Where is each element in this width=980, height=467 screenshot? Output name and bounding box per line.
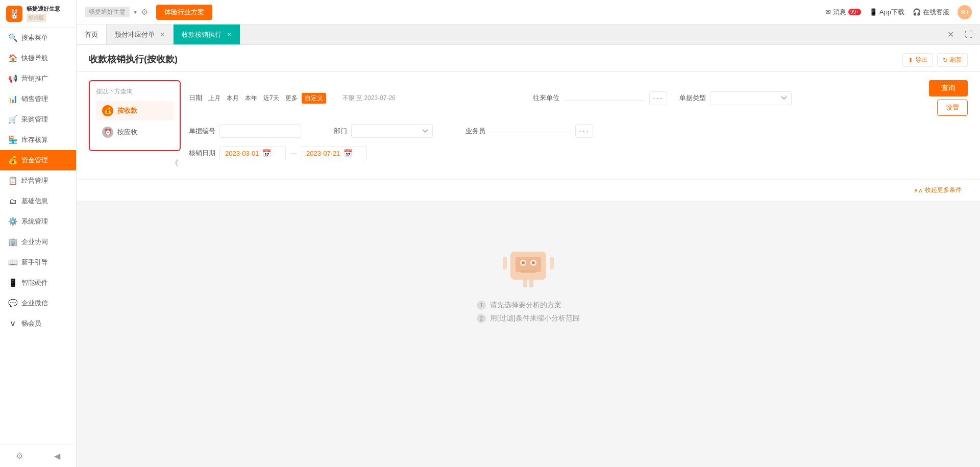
date-label: 日期 [189, 93, 202, 103]
tab-receipt-close-icon[interactable]: ✕ [227, 31, 232, 38]
logo-text: 畅捷通好生意 标准版 [27, 5, 60, 22]
settings-button[interactable]: 设置 [937, 100, 968, 116]
sidebar-item-enterprise[interactable]: 🏢 企业协同 [0, 232, 76, 252]
date-custom[interactable]: 自定义 [302, 93, 326, 104]
tab-home[interactable]: 首页 [77, 24, 107, 44]
user-avatar[interactable]: Rit [958, 5, 972, 19]
date-more[interactable]: 更多 [283, 93, 300, 104]
tab-prepay[interactable]: 预付冲应付单 ✕ [107, 24, 174, 44]
megaphone-icon: 📢 [8, 74, 17, 83]
chart-icon: 📊 [8, 94, 17, 104]
brand-label: 畅捷通好生意 [85, 7, 130, 17]
date-separator: — [290, 150, 297, 157]
tab-home-label: 首页 [85, 30, 98, 39]
filter-collapse-left-btn[interactable]: 《 [168, 156, 181, 171]
logo-icon: 🐰 [6, 6, 22, 22]
doc-type-label: 单据类型 [679, 93, 706, 103]
collapse-sidebar-btn[interactable]: ◀ [50, 449, 64, 463]
sidebar-item-marketing[interactable]: 📢 营销推广 [0, 68, 76, 89]
sidebar-item-hardware[interactable]: 📱 智能硬件 [0, 273, 76, 293]
sidebar-item-inventory[interactable]: 🏪 库存核算 [0, 130, 76, 150]
sidebar-item-sales[interactable]: 📊 销售管理 [0, 89, 76, 109]
settings-bottom-icon[interactable]: ⚙ [12, 449, 27, 463]
export-icon: ⬆ [908, 57, 913, 64]
refresh-button[interactable]: ↻ 刷新 [937, 53, 968, 67]
brand-chevron-icon[interactable]: ▾ [134, 9, 137, 16]
headset-icon: 🎧 [913, 8, 921, 16]
sidebar-item-wechat[interactable]: 💬 企业微信 [0, 293, 76, 313]
filter-by-receivable[interactable]: ⏰ 按应收 [96, 122, 174, 142]
date-this-month[interactable]: 本月 [225, 93, 241, 104]
content-area: 收款核销执行(按收款) ⬆ 导出 ↻ 刷新 按以下方查询 [77, 45, 980, 467]
sidebar-item-label: 基础信息 [21, 196, 48, 206]
main-area: 畅捷通好生意 ▾ ⚙ 体验行业方案 ✉ 消息 99+ 📱 App下载 🎧 在线客… [77, 0, 980, 467]
sidebar-item-search[interactable]: 🔍 搜索菜单 [0, 28, 76, 48]
date-last-month[interactable]: 上月 [206, 93, 223, 104]
sidebar-item-business[interactable]: 📋 经营管理 [0, 170, 76, 191]
verify-date-start-input[interactable]: 2023-03-01 📅 [219, 146, 286, 160]
doc-type-select[interactable] [710, 91, 792, 105]
verify-date-end-input[interactable]: 2023-07-21 📅 [301, 146, 367, 160]
message-label: 消息 [833, 8, 846, 17]
avatar-text: Rit [961, 9, 968, 15]
export-button[interactable]: ⬆ 导出 [902, 53, 933, 67]
filter-row-3: 核销日期 2023-03-01 📅 — 2023-07-21 📅 [189, 146, 968, 160]
sidebar-item-purchase[interactable]: 🛒 采购管理 [0, 109, 76, 130]
tab-prepay-close-icon[interactable]: ✕ [160, 31, 165, 38]
tip-text-1: 请先选择要分析的方案 [490, 301, 561, 310]
date-links: 上月 本月 本年 近7天 更多 自定义 [206, 93, 326, 104]
service-label: 在线客服 [923, 8, 949, 17]
fund-icon: 💰 [8, 156, 17, 165]
sidebar-item-fund[interactable]: 💰 资金管理 [0, 150, 76, 170]
maximize-icon[interactable]: ⛶ [962, 28, 976, 42]
store-icon: 🏪 [8, 135, 17, 144]
sidebar-item-system[interactable]: ⚙️ 系统管理 [0, 211, 76, 232]
sidebar-item-guide[interactable]: 📖 新手引导 [0, 252, 76, 273]
filter-right-panel: 日期 上月 本月 本年 近7天 更多 自定义 不限 至 2023-07-26 [189, 80, 968, 171]
date-this-year[interactable]: 本年 [243, 93, 259, 104]
svg-rect-7 [523, 280, 527, 287]
sidebar-item-quick-nav[interactable]: 🏠 快捷导航 [0, 48, 76, 68]
counterparty-input-area[interactable] [564, 96, 645, 101]
sidebar-item-member[interactable]: V 畅会员 [0, 313, 76, 334]
filter-row-1: 日期 上月 本月 本年 近7天 更多 自定义 不限 至 2023-07-26 [189, 80, 968, 116]
staff-input-area[interactable] [489, 129, 571, 133]
app-download-button[interactable]: 📱 App下载 [869, 8, 904, 17]
collapse-more-button[interactable]: ∧∧ 收起更多条件 [908, 184, 968, 196]
home-icon: 🏠 [8, 54, 17, 63]
topbar-brand: 畅捷通好生意 ▾ ⚙ [85, 7, 148, 17]
dept-select[interactable] [351, 124, 433, 138]
dept-group: 部门 [334, 124, 433, 138]
message-badge: 99+ [848, 9, 861, 15]
topbar-gear-icon[interactable]: ⚙ [141, 7, 148, 17]
counterparty-dots-button[interactable]: ··· [649, 91, 667, 105]
empty-robot-illustration [498, 241, 559, 292]
sidebar-item-basic[interactable]: 🗂 基础信息 [0, 191, 76, 211]
refresh-icon: ↻ [943, 57, 948, 64]
by-receipt-label: 按收款 [117, 106, 137, 115]
messages-button[interactable]: ✉ 消息 99+ [825, 8, 861, 17]
online-service-button[interactable]: 🎧 在线客服 [913, 8, 949, 17]
query-button[interactable]: 查询 [929, 80, 968, 96]
phone-icon: 📱 [869, 8, 877, 16]
sidebar-item-label: 搜索菜单 [21, 33, 48, 42]
svg-rect-6 [521, 271, 536, 273]
verify-date-label: 核销日期 [189, 149, 215, 158]
doc-no-input[interactable] [219, 124, 301, 138]
system-icon: ⚙️ [8, 217, 17, 226]
filter-by-receipt[interactable]: 💰 按收款 [96, 101, 174, 120]
svg-point-5 [532, 261, 535, 264]
cart-icon: 🛒 [8, 115, 17, 124]
industry-solution-button[interactable]: 体验行业方案 [156, 5, 212, 20]
tab-prepay-label: 预付冲应付单 [115, 30, 155, 39]
date-7days[interactable]: 近7天 [261, 93, 281, 104]
empty-tip-2: 2 用[过滤]条件来缩小分析范围 [477, 314, 580, 323]
enterprise-icon: 🏢 [8, 237, 17, 247]
staff-dots-button[interactable]: ··· [575, 124, 593, 138]
sidebar: 🐰 畅捷通好生意 标准版 🔍 搜索菜单 🏠 快捷导航 📢 营销推广 📊 销售管理… [0, 0, 77, 467]
folder-icon: 🗂 [8, 196, 17, 206]
close-tab-icon[interactable]: ✕ [943, 28, 958, 42]
collapse-more-label: 收起更多条件 [925, 186, 962, 194]
tab-receipt[interactable]: 收款核销执行 ✕ [174, 24, 240, 44]
svg-point-4 [522, 261, 525, 264]
